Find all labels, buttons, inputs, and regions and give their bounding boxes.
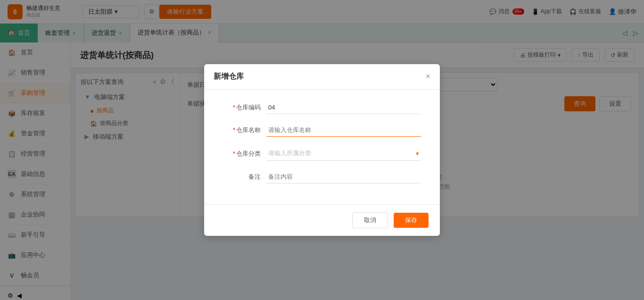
modal-body: 仓库编码 仓库名称 仓库分类 请输入所属分类 ▾ 备注	[204, 90, 440, 204]
modal-title: 新增仓库	[214, 72, 244, 82]
modal-close-button[interactable]: ×	[425, 72, 430, 82]
modal-header: 新增仓库 ×	[204, 64, 440, 90]
category-arrow-icon: ▾	[416, 150, 419, 157]
category-select[interactable]: 请输入所属分类 ▾	[266, 146, 421, 161]
modal-overlay: 新增仓库 × 仓库编码 仓库名称 仓库分类 请输入所属分类 ▾	[0, 0, 644, 300]
remark-label: 备注	[223, 173, 261, 181]
code-field-row: 仓库编码	[223, 101, 421, 114]
remark-field-row: 备注	[223, 170, 421, 183]
name-field-row: 仓库名称	[223, 124, 421, 137]
category-placeholder: 请输入所属分类	[268, 149, 416, 158]
remark-input[interactable]	[266, 170, 421, 183]
code-label: 仓库编码	[223, 103, 261, 112]
category-field-row: 仓库分类 请输入所属分类 ▾	[223, 146, 421, 161]
cancel-button[interactable]: 取消	[352, 212, 388, 228]
category-label: 仓库分类	[223, 150, 261, 158]
add-warehouse-modal: 新增仓库 × 仓库编码 仓库名称 仓库分类 请输入所属分类 ▾	[204, 64, 440, 236]
save-button[interactable]: 保存	[394, 213, 429, 228]
code-input[interactable]	[266, 101, 421, 114]
modal-footer: 取消 保存	[204, 204, 440, 236]
name-input[interactable]	[266, 124, 421, 137]
name-label: 仓库名称	[223, 126, 261, 134]
